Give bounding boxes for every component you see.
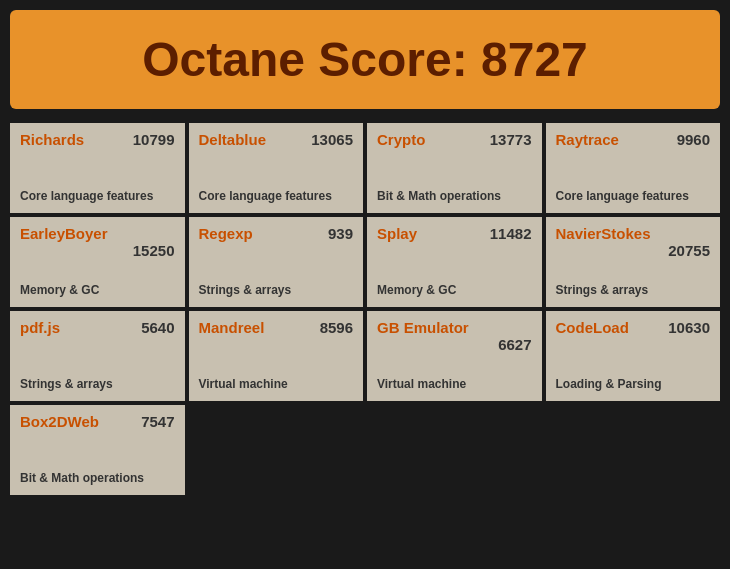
card-description-mandreel: Virtual machine	[199, 377, 354, 391]
benchmark-card-codeload: CodeLoad 10630 Loading & Parsing	[546, 311, 721, 401]
card-score-splay: 11482	[490, 225, 532, 242]
card-score-gbemulator: 6627	[377, 336, 532, 353]
card-name-pdfjs: pdf.js	[20, 319, 60, 336]
benchmark-grid: Richards 10799 Core language features De…	[0, 119, 730, 505]
card-name-raytrace: Raytrace	[556, 131, 619, 148]
card-name-codeload: CodeLoad	[556, 319, 629, 336]
card-score-navierstokes: 20755	[556, 242, 711, 259]
octane-score-title: Octane Score: 8727	[142, 33, 588, 86]
card-score-box2dweb: 7547	[141, 413, 174, 430]
benchmark-card-earleyboyer: EarleyBoyer 15250 Memory & GC	[10, 217, 185, 307]
benchmark-card-deltablue: Deltablue 13065 Core language features	[189, 123, 364, 213]
card-description-earleyboyer: Memory & GC	[20, 283, 175, 297]
card-name-richards: Richards	[20, 131, 84, 148]
card-name-box2dweb: Box2DWeb	[20, 413, 99, 430]
benchmark-card-regexp: Regexp 939 Strings & arrays	[189, 217, 364, 307]
card-score-deltablue: 13065	[311, 131, 353, 148]
card-name-splay: Splay	[377, 225, 417, 242]
card-name-regexp: Regexp	[199, 225, 253, 242]
card-score-earleyboyer: 15250	[20, 242, 175, 259]
card-description-deltablue: Core language features	[199, 189, 354, 203]
card-score-codeload: 10630	[668, 319, 710, 336]
benchmark-card-box2dweb: Box2DWeb 7547 Bit & Math operations	[10, 405, 185, 495]
card-score-richards: 10799	[133, 131, 175, 148]
card-name-navierstokes: NavierStokes	[556, 225, 711, 242]
card-score-mandreel: 8596	[320, 319, 353, 336]
header: Octane Score: 8727	[10, 10, 720, 109]
card-description-codeload: Loading & Parsing	[556, 377, 711, 391]
card-name-deltablue: Deltablue	[199, 131, 267, 148]
card-description-crypto: Bit & Math operations	[377, 189, 532, 203]
card-description-box2dweb: Bit & Math operations	[20, 471, 175, 485]
benchmark-card-raytrace: Raytrace 9960 Core language features	[546, 123, 721, 213]
card-name-gbemulator: GB Emulator	[377, 319, 532, 336]
card-description-navierstokes: Strings & arrays	[556, 283, 711, 297]
card-score-raytrace: 9960	[677, 131, 710, 148]
card-description-gbemulator: Virtual machine	[377, 377, 532, 391]
benchmark-card-crypto: Crypto 13773 Bit & Math operations	[367, 123, 542, 213]
card-name-earleyboyer: EarleyBoyer	[20, 225, 175, 242]
card-score-crypto: 13773	[490, 131, 532, 148]
benchmark-card-navierstokes: NavierStokes 20755 Strings & arrays	[546, 217, 721, 307]
card-score-regexp: 939	[328, 225, 353, 242]
benchmark-card-pdfjs: pdf.js 5640 Strings & arrays	[10, 311, 185, 401]
benchmark-card-splay: Splay 11482 Memory & GC	[367, 217, 542, 307]
card-description-richards: Core language features	[20, 189, 175, 203]
card-description-pdfjs: Strings & arrays	[20, 377, 175, 391]
card-score-pdfjs: 5640	[141, 319, 174, 336]
card-description-splay: Memory & GC	[377, 283, 532, 297]
benchmark-card-richards: Richards 10799 Core language features	[10, 123, 185, 213]
card-description-raytrace: Core language features	[556, 189, 711, 203]
card-description-regexp: Strings & arrays	[199, 283, 354, 297]
card-name-mandreel: Mandreel	[199, 319, 265, 336]
benchmark-card-gbemulator: GB Emulator 6627 Virtual machine	[367, 311, 542, 401]
card-name-crypto: Crypto	[377, 131, 425, 148]
benchmark-card-mandreel: Mandreel 8596 Virtual machine	[189, 311, 364, 401]
